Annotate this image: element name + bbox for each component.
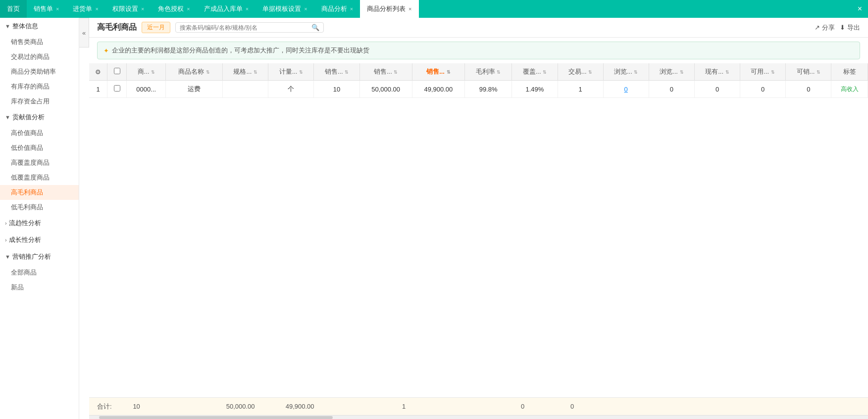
col-code[interactable]: 商... ⇅	[127, 63, 166, 81]
footer-available: 0	[503, 403, 543, 410]
cell-browse2: 0	[649, 81, 694, 98]
sort-trades-icon: ⇅	[588, 70, 592, 75]
sidebar-collapse-button[interactable]: «	[79, 18, 89, 47]
row-checkbox[interactable]	[114, 85, 120, 92]
sidebar-group-flow[interactable]: › 流趋性分析	[0, 215, 79, 232]
select-all-checkbox[interactable]	[114, 68, 120, 74]
settings-icon[interactable]: ⚙	[95, 68, 101, 76]
sidebar-item-all-goods[interactable]: 全部商品	[0, 265, 79, 280]
cell-available: 0	[740, 81, 786, 98]
close-template-settings[interactable]: ×	[304, 6, 307, 12]
cell-name: 运费	[166, 81, 223, 98]
cell-checkbox[interactable]	[107, 81, 127, 98]
sidebar-item-sales-goods[interactable]: 销售类商品	[0, 35, 79, 49]
browse1-link[interactable]: 0	[624, 86, 628, 93]
col-sales3[interactable]: 销售... ⇅	[412, 63, 464, 81]
content-header: 高毛利商品 近一月 🔍 ↗ 分享 ⬇ 导出	[89, 18, 868, 38]
nav-home[interactable]: 首页	[0, 0, 27, 18]
page-title: 高毛利商品	[97, 22, 137, 33]
sort-current-icon: ⇅	[725, 70, 729, 75]
sidebar-item-stock-capital[interactable]: 库存资金占用	[0, 94, 79, 109]
sidebar-item-high-coverage[interactable]: 高覆盖度商品	[0, 155, 79, 170]
sidebar-item-low-coverage[interactable]: 低覆盖度商品	[0, 170, 79, 185]
arrow-flow: ›	[5, 220, 7, 226]
col-tag[interactable]: 标签	[831, 63, 868, 81]
sidebar-item-low-value[interactable]: 低价值商品	[0, 140, 79, 155]
col-gross-rate[interactable]: 毛利率 ⇅	[464, 63, 511, 81]
sort-sales2-icon: ⇅	[394, 70, 398, 75]
footer-sales2: 50,000.00	[211, 403, 270, 410]
export-button[interactable]: ⬇ 导出	[840, 23, 860, 32]
nav-role-auth[interactable]: 角色授权 ×	[151, 0, 197, 18]
sort-browse1-icon: ⇅	[634, 70, 638, 75]
sidebar-group-marketing[interactable]: ▼ 营销推广分析	[0, 248, 79, 265]
col-browse2[interactable]: 浏览... ⇅	[649, 63, 694, 81]
share-button[interactable]: ↗ 分享	[815, 23, 835, 32]
sidebar-item-new-goods[interactable]: 新品	[0, 280, 79, 295]
cell-sales1: 10	[314, 81, 359, 98]
info-banner: ✦ 企业的主要的利润都是这部分商品创造的，可考虑加大推广，同时关注库存是不要出现…	[97, 42, 860, 59]
sort-code-icon: ⇅	[151, 70, 155, 75]
cell-current: 0	[694, 81, 740, 98]
close-product-analysis-list[interactable]: ×	[408, 6, 411, 12]
nav-template-settings[interactable]: 单据模板设置 ×	[255, 0, 314, 18]
info-icon: ✦	[103, 47, 109, 54]
sidebar-item-low-margin[interactable]: 低毛利商品	[0, 200, 79, 215]
share-icon: ↗	[815, 24, 820, 31]
col-sellable[interactable]: 可销... ⇅	[786, 63, 831, 81]
cell-browse1[interactable]: 0	[603, 81, 649, 98]
sidebar-item-in-stock[interactable]: 有库存的商品	[0, 79, 79, 94]
sidebar-group-growth[interactable]: › 成长性分析	[0, 232, 79, 248]
cell-coverage: 1.49%	[512, 81, 558, 98]
col-unit[interactable]: 计量... ⇅	[268, 63, 314, 81]
col-name[interactable]: 商品名称 ⇅	[166, 63, 223, 81]
sort-browse2-icon: ⇅	[680, 70, 684, 75]
search-input[interactable]	[180, 24, 309, 31]
collapse-icon: «	[82, 29, 86, 37]
close-product-analysis[interactable]: ×	[350, 6, 353, 12]
sidebar-item-high-value[interactable]: 高价值商品	[0, 126, 79, 140]
nav-production-in[interactable]: 产成品入库单 ×	[197, 0, 255, 18]
cell-code: 0000...	[127, 81, 166, 98]
sidebar-group-contribution[interactable]: ▼ 贡献值分析	[0, 109, 79, 126]
tag-high-income: 高收入	[841, 86, 859, 93]
close-sales-order[interactable]: ×	[56, 6, 59, 12]
sidebar-item-category-rate[interactable]: 商品分类助销率	[0, 64, 79, 79]
footer-total: 合计: 10 50,000.00 49,900.00 1 0 0	[89, 397, 868, 415]
col-sales2[interactable]: 销售... ⇅	[359, 63, 412, 81]
close-production-in[interactable]: ×	[246, 6, 249, 12]
close-role-auth[interactable]: ×	[187, 6, 190, 12]
close-app-button[interactable]: ×	[852, 4, 868, 13]
col-settings[interactable]: ⚙	[89, 63, 107, 81]
col-spec[interactable]: 规格... ⇅	[223, 63, 268, 81]
col-available[interactable]: 可用... ⇅	[740, 63, 786, 81]
sidebar-group-overall[interactable]: ▼ 整体信息	[0, 18, 79, 35]
cell-sales2: 50,000.00	[359, 81, 412, 98]
table-container: ⚙ 商... ⇅ 商品名称 ⇅	[89, 63, 868, 397]
col-sales1[interactable]: 销售... ⇅	[314, 63, 359, 81]
main-table: ⚙ 商... ⇅ 商品名称 ⇅	[89, 63, 868, 98]
cell-trades: 1	[558, 81, 603, 98]
close-permission[interactable]: ×	[141, 6, 144, 12]
total-label: 合计:	[97, 402, 112, 411]
sort-coverage-icon: ⇅	[543, 70, 547, 75]
nav-product-analysis[interactable]: 商品分析 ×	[314, 0, 360, 18]
horizontal-scrollbar[interactable]	[89, 415, 868, 419]
filter-recent-month[interactable]: 近一月	[142, 22, 170, 33]
search-icon[interactable]: 🔍	[311, 24, 319, 31]
sidebar-item-traded-goods[interactable]: 交易过的商品	[0, 49, 79, 64]
footer-sales3: 49,900.00	[270, 403, 330, 410]
col-trades[interactable]: 交易... ⇅	[558, 63, 603, 81]
cell-tag: 高收入	[831, 81, 868, 98]
sort-sellable-icon: ⇅	[817, 70, 820, 75]
col-checkbox[interactable]	[107, 63, 127, 81]
col-browse1[interactable]: 浏览... ⇅	[603, 63, 649, 81]
nav-purchase-order[interactable]: 进货单 ×	[66, 0, 105, 18]
col-coverage[interactable]: 覆盖... ⇅	[512, 63, 558, 81]
nav-sales-order[interactable]: 销售单 ×	[27, 0, 66, 18]
col-current[interactable]: 现有... ⇅	[694, 63, 740, 81]
nav-permission[interactable]: 权限设置 ×	[105, 0, 151, 18]
sidebar-item-high-margin[interactable]: 高毛利商品	[0, 185, 79, 200]
nav-product-analysis-list[interactable]: 商品分析列表 ×	[360, 0, 418, 18]
close-purchase-order[interactable]: ×	[95, 6, 98, 12]
